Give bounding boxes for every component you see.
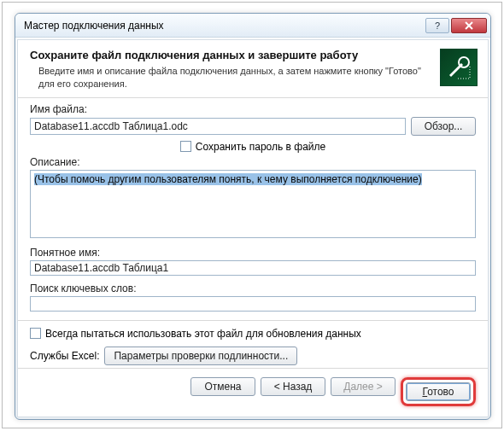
finish-button[interactable]: Готово bbox=[406, 382, 471, 401]
form-area: Имя файла: Обзор... Сохранить пароль в ф… bbox=[18, 98, 488, 365]
cancel-button[interactable]: Отмена bbox=[190, 377, 255, 396]
excel-services-label: Службы Excel: bbox=[30, 350, 99, 362]
client-area: Сохраните файл подключения данных и заве… bbox=[17, 39, 489, 417]
titlebar: Мастер подключения данных ? bbox=[15, 14, 490, 38]
description-label: Описание: bbox=[30, 156, 476, 168]
footer: Отмена < Назад Далее > Готово bbox=[18, 368, 488, 416]
auth-settings-button[interactable]: Параметры проверки подлинности... bbox=[104, 347, 297, 365]
help-button[interactable]: ? bbox=[425, 18, 449, 33]
close-button[interactable] bbox=[451, 18, 487, 33]
description-text: (Чтобы помочь другим пользователям понят… bbox=[34, 173, 422, 185]
friendly-name-input[interactable] bbox=[30, 260, 476, 276]
friendly-name-label: Понятное имя: bbox=[30, 247, 476, 259]
filename-label: Имя файла: bbox=[30, 103, 476, 115]
header-subtitle: Введите имя и описание файла подключения… bbox=[30, 65, 431, 90]
window-title: Мастер подключения данных bbox=[24, 20, 164, 32]
connection-icon bbox=[440, 49, 478, 86]
finish-highlight: Готово bbox=[401, 377, 476, 406]
next-button: Далее > bbox=[331, 377, 396, 396]
keywords-label: Поиск ключевых слов: bbox=[30, 282, 476, 294]
filename-input[interactable] bbox=[30, 118, 406, 135]
svg-point-3 bbox=[459, 57, 469, 67]
divider bbox=[18, 320, 488, 321]
wizard-dialog: Мастер подключения данных ? Сохраните фа… bbox=[15, 13, 491, 420]
header-band: Сохраните файл подключения данных и заве… bbox=[18, 40, 488, 98]
always-use-checkbox[interactable] bbox=[30, 328, 41, 339]
screenshot-frame: Мастер подключения данных ? Сохраните фа… bbox=[2, 2, 502, 428]
description-textarea[interactable]: (Чтобы помочь другим пользователям понят… bbox=[30, 170, 476, 238]
keywords-input[interactable] bbox=[30, 296, 476, 312]
browse-button[interactable]: Обзор... bbox=[411, 117, 476, 136]
save-password-checkbox[interactable] bbox=[180, 141, 191, 152]
close-icon bbox=[465, 21, 473, 30]
always-use-label: Всегда пытаться использовать этот файл д… bbox=[45, 328, 361, 340]
header-title: Сохраните файл подключения данных и заве… bbox=[30, 49, 431, 61]
save-password-label: Сохранить пароль в файле bbox=[196, 141, 325, 153]
back-button[interactable]: < Назад bbox=[261, 377, 325, 396]
